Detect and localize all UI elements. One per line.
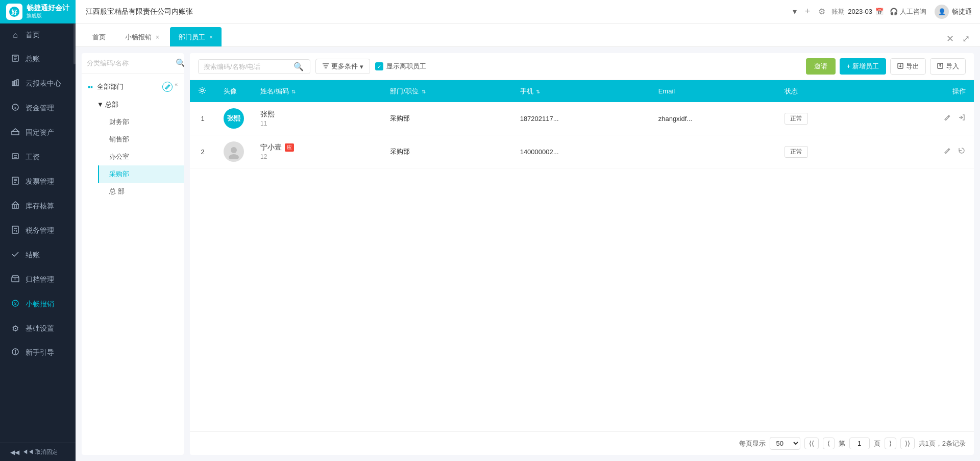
dept-search-input[interactable]	[87, 59, 173, 67]
phone-sort-icon[interactable]: ⇅	[536, 89, 540, 94]
next-page-button[interactable]: ⟩	[885, 438, 896, 449]
row2-name-cell: 宁小壹 应 12	[252, 135, 382, 168]
top-bar: 好 畅捷通好会计 旗舰版 江西服宝精品有限责任公司内账张 ▾ + ⚙ 账期 20…	[0, 0, 980, 23]
sidebar-item-assets[interactable]: 固定资产	[0, 120, 76, 145]
th-phone[interactable]: 手机 ⇅	[512, 80, 650, 102]
sidebar-item-guide[interactable]: 新手引导	[0, 341, 76, 365]
unpin-icon: ◀◀	[10, 449, 19, 456]
tab-home[interactable]: 首页	[84, 27, 114, 46]
sidebar-item-archive[interactable]: 归档管理	[0, 268, 76, 292]
dept-item-office[interactable]: 办公室	[98, 148, 184, 165]
dept-item-general[interactable]: 总 部	[98, 183, 184, 200]
dept-item-purchase[interactable]: 采购部	[98, 165, 184, 183]
add-company-button[interactable]: +	[803, 0, 813, 23]
name-sort-icon[interactable]: ⇅	[291, 89, 296, 94]
th-name[interactable]: 姓名/编码 ⇅	[252, 80, 382, 102]
sidebar-item-invoice[interactable]: 发票管理	[0, 169, 76, 194]
sidebar-item-reports[interactable]: 云报表中心	[0, 71, 76, 96]
export-button[interactable]: 导出	[890, 58, 926, 75]
add-employee-button[interactable]: + 新增员工	[840, 58, 886, 75]
th-email: Email	[650, 80, 776, 102]
tab-employee-label: 部门员工	[179, 33, 205, 42]
window-close-button[interactable]: ✕	[944, 31, 956, 46]
tab-expense[interactable]: 小畅报销 ×	[116, 27, 168, 46]
th-status-label: 状态	[785, 87, 798, 95]
headset-icon: 🎧	[890, 8, 898, 15]
sidebar-item-inventory[interactable]: 库存核算	[0, 194, 76, 219]
refresh-icon[interactable]	[958, 147, 966, 157]
first-page-button[interactable]: ⟨⟨	[804, 438, 819, 449]
import-button[interactable]: 导入	[930, 58, 966, 75]
employee-name: 宁小壹	[260, 143, 282, 152]
head-office-item[interactable]: ▼ 总部	[90, 96, 184, 113]
employee-table: 头像 姓名/编码 ⇅ 部门/职位 ⇅	[190, 80, 974, 431]
unpin-button[interactable]: ◀◀ ◀◀ 取消固定	[0, 443, 76, 461]
th-avatar-label: 头像	[224, 87, 237, 95]
calendar-icon[interactable]: 📅	[875, 8, 884, 15]
sidebar-item-label: 税务管理	[26, 226, 54, 235]
per-page-select[interactable]: 50 10 20 100	[770, 437, 800, 450]
window-expand-button[interactable]: ⤢	[960, 31, 972, 46]
page-number-input[interactable]	[849, 438, 870, 449]
dept-collapse-icon[interactable]: «	[175, 82, 178, 92]
dept-item-sales[interactable]: 销售部	[98, 131, 184, 148]
svg-line-43	[948, 116, 949, 117]
employee-data-table: 头像 姓名/编码 ⇅ 部门/职位 ⇅	[190, 80, 974, 168]
company-dropdown-icon[interactable]: ▾	[793, 7, 797, 16]
dept-item-finance[interactable]: 财务部	[98, 113, 184, 131]
per-page-label: 每页显示	[739, 439, 766, 448]
svg-rect-8	[17, 80, 18, 86]
export-label: 导出	[906, 62, 919, 71]
sidebar-item-label: 工资	[26, 153, 40, 162]
import-label: 导入	[946, 62, 959, 71]
logout-icon[interactable]	[958, 113, 966, 124]
th-actions-label: 操作	[952, 87, 966, 95]
sidebar-item-expense[interactable]: ¥ 小畅报销	[0, 292, 76, 317]
invite-button[interactable]: 邀请	[806, 58, 836, 75]
dept-sort-icon[interactable]: ⇅	[422, 89, 426, 94]
logo-icon: 好	[6, 4, 22, 20]
sidebar-item-payroll[interactable]: 工资	[0, 145, 76, 169]
svg-text:好: 好	[11, 9, 18, 16]
svg-marker-12	[12, 129, 19, 132]
sidebar: ⌂ 首页 总账 云报表中心 ¥ 资金管理 固定资产	[0, 23, 76, 461]
column-settings-icon[interactable]	[198, 88, 206, 96]
prev-page-button[interactable]: ⟨	[823, 438, 835, 449]
dept-search-icon[interactable]: 🔍	[176, 58, 184, 68]
filter-button[interactable]: 更多条件 ▾	[315, 59, 370, 74]
search-icon[interactable]: 🔍	[293, 62, 304, 71]
tab-employee-close[interactable]: ×	[209, 34, 213, 41]
th-name-label: 姓名/编码	[260, 87, 289, 95]
th-dept[interactable]: 部门/职位 ⇅	[382, 80, 511, 102]
th-settings[interactable]	[190, 80, 215, 102]
show-resigned-checkbox[interactable]: ✓	[375, 62, 383, 70]
employee-search-input[interactable]	[204, 63, 290, 70]
service-button[interactable]: 🎧 人工咨询	[890, 7, 926, 16]
tab-employee[interactable]: 部门员工 ×	[170, 27, 222, 46]
tab-expense-close[interactable]: ×	[156, 34, 159, 41]
th-email-label: Email	[658, 87, 675, 95]
sidebar-item-tax[interactable]: 税务管理	[0, 219, 76, 243]
sidebar-item-closing[interactable]: 结账	[0, 243, 76, 268]
settings-icon[interactable]: ⚙	[818, 7, 825, 16]
sales-dept-label: 销售部	[109, 135, 129, 143]
sidebar-item-label: 新手引导	[26, 348, 54, 357]
sidebar-item-label: 结账	[26, 251, 40, 260]
employee-dept: 采购部	[390, 114, 410, 122]
sidebar-item-funds[interactable]: ¥ 资金管理	[0, 96, 76, 120]
sidebar-item-home[interactable]: ⌂ 首页	[0, 23, 76, 47]
archive-icon	[10, 275, 20, 285]
user-area[interactable]: 👤 畅捷通	[935, 5, 972, 19]
filter-icon	[322, 62, 329, 71]
last-page-button[interactable]: ⟩⟩	[900, 438, 915, 449]
row2-email-cell	[650, 135, 776, 168]
dept-edit-btn[interactable]	[162, 82, 173, 92]
all-depts-header[interactable]: ▪▪ 全部部门 «	[82, 78, 184, 96]
sidebar-item-settings[interactable]: ⚙ 基础设置	[0, 317, 76, 341]
sidebar-item-ledger[interactable]: 总账	[0, 47, 76, 71]
page-content: 🔍 ▪▪ 全部部门 «	[76, 47, 980, 461]
edit-icon[interactable]	[943, 147, 951, 157]
sidebar-item-label: 固定资产	[26, 128, 54, 137]
edit-icon[interactable]	[943, 113, 951, 124]
svg-rect-23	[12, 226, 18, 233]
